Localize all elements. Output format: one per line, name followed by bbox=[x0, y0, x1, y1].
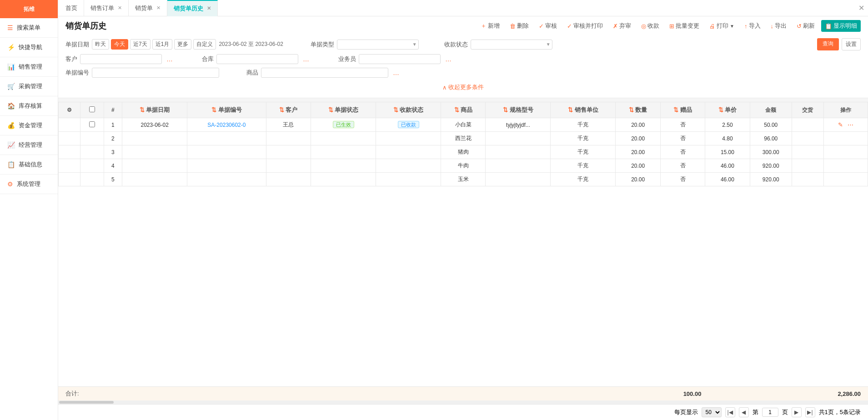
sidebar-item-purchase-mgmt[interactable]: 🛒 采购管理 bbox=[0, 77, 58, 96]
date-btn-more[interactable]: 更多 bbox=[174, 39, 191, 50]
unit-price-sort-icon: ⇅ bbox=[718, 106, 723, 113]
inventory-icon: 🏠 bbox=[7, 102, 15, 110]
last-page-button[interactable]: ▶| bbox=[805, 407, 815, 417]
sidebar-item-quick-nav[interactable]: ⚡ 快捷导航 bbox=[0, 38, 58, 57]
audit-print-button[interactable]: ✓ 审核并打印 bbox=[563, 20, 607, 32]
customer-column-header[interactable]: ⇅ 客户 bbox=[266, 102, 311, 118]
prev-page-button[interactable]: ◀ bbox=[739, 407, 749, 417]
goods-input[interactable] bbox=[261, 68, 388, 78]
horizontal-scrollbar[interactable] bbox=[58, 400, 868, 404]
check-cell[interactable] bbox=[80, 132, 104, 145]
customer-input[interactable] bbox=[80, 54, 162, 64]
per-page-select[interactable]: 50 bbox=[702, 407, 722, 417]
sidebar-item-sys-mgmt[interactable]: ⚙ 系统管理 bbox=[0, 175, 58, 194]
date-btn-yesterday[interactable]: 昨天 bbox=[92, 39, 109, 50]
collect-status-select[interactable] bbox=[471, 40, 552, 50]
check-column-header[interactable] bbox=[80, 102, 104, 118]
collect-button[interactable]: ◎ 收款 bbox=[637, 20, 663, 32]
sidebar-item-ops-mgmt[interactable]: 📈 经营管理 bbox=[0, 135, 58, 155]
first-page-button[interactable]: |◀ bbox=[725, 407, 735, 417]
collect-status-column-header[interactable]: ⇅ 收款状态 bbox=[376, 102, 441, 118]
export-button[interactable]: ↓ 导出 bbox=[767, 20, 791, 32]
next-page-button[interactable]: ▶ bbox=[792, 407, 802, 417]
more-button[interactable]: ⋯ bbox=[848, 121, 853, 128]
unit-price-column-header[interactable]: ⇅ 单价 bbox=[705, 102, 750, 118]
doc-type-select[interactable] bbox=[337, 40, 419, 50]
data-table: ⚙ # ⇅ 单据日期 ⇅ 单据编号 ⇅ 客户 bbox=[58, 102, 868, 186]
doc-status-cell bbox=[311, 132, 376, 145]
settings-button[interactable]: 设置 bbox=[842, 38, 861, 50]
page-number-input[interactable] bbox=[762, 408, 778, 417]
audit-button[interactable]: ✓ 审核 bbox=[535, 20, 561, 32]
abandon-button[interactable]: ✗ 弃审 bbox=[609, 20, 635, 32]
doc-date-column-header[interactable]: ⇅ 单据日期 bbox=[122, 102, 187, 118]
doc-num-input[interactable] bbox=[92, 68, 219, 78]
unit-price-cell: 2.50 bbox=[705, 118, 750, 132]
show-detail-button[interactable]: 📋 显示明细 bbox=[821, 20, 861, 32]
date-btn-today[interactable]: 今天 bbox=[111, 39, 128, 50]
spec-column-header[interactable]: ⇅ 规格型号 bbox=[486, 102, 551, 118]
tab-sales-history-close[interactable]: ✕ bbox=[207, 5, 211, 11]
doc-num-cell[interactable] bbox=[187, 145, 266, 159]
tab-sales-goods[interactable]: 销货单 ✕ bbox=[129, 0, 167, 16]
date-btn-custom[interactable]: 自定义 bbox=[193, 39, 216, 50]
tab-sales-history[interactable]: 销货单历史 ✕ bbox=[167, 0, 218, 16]
goods-column-header[interactable]: ⇅ 商品 bbox=[441, 102, 486, 118]
refresh-button[interactable]: ↺ 刷新 bbox=[793, 20, 818, 32]
customer-ellipsis[interactable]: … bbox=[165, 55, 175, 63]
unit-price-cell: 15.00 bbox=[705, 145, 750, 159]
agent-input[interactable] bbox=[359, 54, 441, 64]
tab-home[interactable]: 首页 bbox=[62, 0, 84, 16]
goods-ellipsis[interactable]: … bbox=[391, 69, 401, 76]
table-container: ⚙ # ⇅ 单据日期 ⇅ 单据编号 ⇅ 客户 bbox=[58, 102, 868, 386]
print-button[interactable]: 🖨 打印 ▼ bbox=[706, 20, 738, 32]
gift-column-header[interactable]: ⇅ 赠品 bbox=[660, 102, 705, 118]
show-detail-icon: 📋 bbox=[825, 23, 832, 30]
delete-icon: 🗑 bbox=[510, 23, 516, 30]
tab-sales-order[interactable]: 销售订单 ✕ bbox=[84, 0, 129, 16]
sales-unit-column-header[interactable]: ⇅ 销售单位 bbox=[551, 102, 616, 118]
collapse-row: ∧ 收起更多条件 bbox=[65, 81, 861, 93]
check-cell[interactable] bbox=[80, 118, 104, 132]
doc-num-cell[interactable] bbox=[187, 173, 266, 186]
sidebar-item-finance-mgmt[interactable]: 💰 资金管理 bbox=[0, 116, 58, 135]
edit-button[interactable]: ✎ bbox=[838, 121, 843, 128]
quantity-column-header[interactable]: ⇅ 数量 bbox=[616, 102, 660, 118]
delete-button[interactable]: 🗑 删除 bbox=[506, 20, 532, 32]
batch-change-button[interactable]: ⊞ 批量变更 bbox=[666, 20, 703, 32]
doc-num-column-header[interactable]: ⇅ 单据编号 bbox=[187, 102, 266, 118]
date-btn-7days[interactable]: 近7天 bbox=[130, 39, 151, 50]
rownum-cell: 5 bbox=[104, 173, 122, 186]
new-button[interactable]: ＋ 新增 bbox=[477, 20, 503, 32]
query-button[interactable]: 查询 bbox=[817, 38, 839, 50]
scrollbar-thumb[interactable] bbox=[59, 401, 114, 404]
filter-row-1: 单据日期 昨天 今天 近7天 近1月 更多 自定义 2023-06-02 至 2… bbox=[65, 38, 861, 50]
warehouse-label: 合库 bbox=[202, 55, 214, 63]
doc-num-cell[interactable]: SA-20230602-0 bbox=[187, 118, 266, 132]
warehouse-ellipsis[interactable]: … bbox=[301, 55, 311, 63]
sidebar-item-inventory[interactable]: 🏠 库存核算 bbox=[0, 96, 58, 116]
date-btn-1month[interactable]: 近1月 bbox=[152, 39, 173, 50]
sidebar-item-base-info[interactable]: 📋 基础信息 bbox=[0, 155, 58, 175]
doc-status-column-header[interactable]: ⇅ 单据状态 bbox=[311, 102, 376, 118]
tab-sales-goods-close[interactable]: ✕ bbox=[156, 5, 161, 11]
close-all-tabs-button[interactable]: ✕ bbox=[858, 4, 864, 12]
sales-unit-label: 销售单位 bbox=[575, 106, 598, 113]
warehouse-input[interactable] bbox=[216, 54, 298, 64]
gear-column-header[interactable]: ⚙ bbox=[59, 102, 80, 118]
tab-sales-order-close[interactable]: ✕ bbox=[118, 5, 122, 11]
check-cell[interactable] bbox=[80, 145, 104, 159]
sidebar-item-sales-mgmt[interactable]: 📊 销售管理 bbox=[0, 57, 58, 77]
row-checkbox[interactable] bbox=[89, 121, 95, 127]
agent-ellipsis[interactable]: … bbox=[443, 55, 453, 63]
check-cell[interactable] bbox=[80, 173, 104, 186]
collapse-button[interactable]: ∧ 收起更多条件 bbox=[442, 83, 484, 91]
gift-sort-icon: ⇅ bbox=[673, 106, 678, 113]
doc-num-cell[interactable] bbox=[187, 159, 266, 173]
select-all-checkbox[interactable] bbox=[89, 106, 95, 112]
import-button[interactable]: ↑ 导入 bbox=[741, 20, 764, 32]
doc-num-cell[interactable] bbox=[187, 132, 266, 145]
sidebar-item-search-menu[interactable]: ☰ 搜索菜单 bbox=[0, 18, 58, 38]
check-cell[interactable] bbox=[80, 159, 104, 173]
doc-date-cell: 2023-06-02 bbox=[122, 118, 187, 132]
